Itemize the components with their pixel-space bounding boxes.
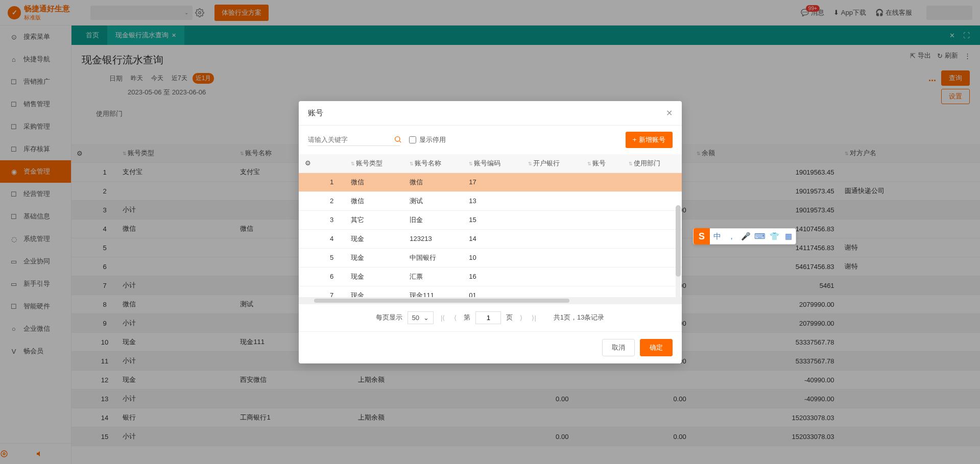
modal-pager: 每页显示 50⌄ |⟨ ⟨ 第 页 ⟩ ⟩| 共1页，13条记录 — [299, 304, 682, 331]
search-icon[interactable] — [394, 135, 402, 143]
vertical-scrollbar[interactable] — [676, 205, 681, 297]
ime-punct-button[interactable]: ， — [724, 228, 738, 245]
add-account-button[interactable]: +新增账号 — [626, 132, 673, 148]
svg-point-3 — [395, 137, 399, 141]
account-row[interactable]: 1微信微信17 — [299, 173, 682, 191]
cancel-button[interactable]: 取消 — [602, 339, 635, 356]
next-page-button[interactable]: ⟩ — [518, 314, 524, 322]
modal-toolbar: 显示停用 +新增账号 — [299, 126, 682, 154]
confirm-button[interactable]: 确定 — [640, 339, 673, 356]
ime-logo-icon: S — [694, 228, 710, 245]
ime-keyboard-icon[interactable]: ⌨ — [753, 228, 767, 245]
column-header[interactable]: ⇅账号名称 — [403, 154, 463, 173]
show-disabled-input[interactable] — [409, 136, 416, 143]
close-icon[interactable]: ✕ — [666, 108, 673, 118]
page-prefix: 第 — [464, 313, 470, 322]
svg-line-4 — [399, 141, 401, 142]
per-page-label: 每页显示 — [376, 313, 402, 322]
account-row[interactable]: 5现金中国银行10 — [299, 248, 682, 267]
ime-skin-icon[interactable]: 👕 — [767, 228, 781, 245]
page-suffix: 页 — [506, 313, 513, 322]
search-input[interactable] — [308, 134, 394, 145]
column-header[interactable]: ⇅账号 — [581, 154, 623, 173]
chevron-down-icon: ⌄ — [423, 314, 429, 322]
account-row[interactable]: 7现金现金11101 — [299, 286, 682, 297]
account-modal: 账号 ✕ 显示停用 +新增账号 ⚙⇅账号类型⇅账号名称⇅账号编码⇅开户银行⇅账号… — [299, 101, 682, 363]
plus-icon: + — [633, 136, 637, 143]
modal-title: 账号 — [308, 108, 323, 118]
prev-page-button[interactable]: ⟨ — [452, 314, 459, 322]
account-row[interactable]: 3其它旧金15 — [299, 210, 682, 229]
last-page-button[interactable]: ⟩| — [530, 314, 538, 322]
column-header[interactable]: ⇅开户银行 — [522, 154, 581, 173]
ime-lang-button[interactable]: 中 — [710, 228, 724, 245]
column-header[interactable]: ⇅账号编码 — [463, 154, 522, 173]
pager-summary: 共1页，13条记录 — [554, 313, 605, 322]
horizontal-scrollbar[interactable] — [299, 297, 682, 304]
modal-header: 账号 ✕ — [299, 101, 682, 126]
account-table: ⚙⇅账号类型⇅账号名称⇅账号编码⇅开户银行⇅账号⇅使用部门 1微信微信172微信… — [299, 154, 682, 297]
show-disabled-checkbox[interactable]: 显示停用 — [409, 135, 446, 144]
search-box — [308, 134, 400, 146]
ime-toolbar[interactable]: S 中 ， 🎤 ⌨ 👕 ▦ — [693, 228, 796, 245]
account-row[interactable]: 2微信测试13 — [299, 191, 682, 210]
account-row[interactable]: 4现金12321314 — [299, 229, 682, 248]
gear-column-header[interactable]: ⚙ — [299, 154, 319, 173]
modal-footer: 取消 确定 — [299, 331, 682, 363]
account-row[interactable]: 6现金汇票16 — [299, 267, 682, 286]
ime-mic-icon[interactable]: 🎤 — [738, 228, 753, 245]
page-input[interactable] — [475, 311, 501, 324]
first-page-button[interactable]: |⟨ — [439, 314, 447, 322]
column-header[interactable]: ⇅使用部门 — [623, 154, 682, 173]
column-header[interactable]: ⇅账号类型 — [345, 154, 404, 173]
ime-grid-icon[interactable]: ▦ — [781, 228, 796, 245]
per-page-select[interactable]: 50⌄ — [408, 311, 434, 324]
